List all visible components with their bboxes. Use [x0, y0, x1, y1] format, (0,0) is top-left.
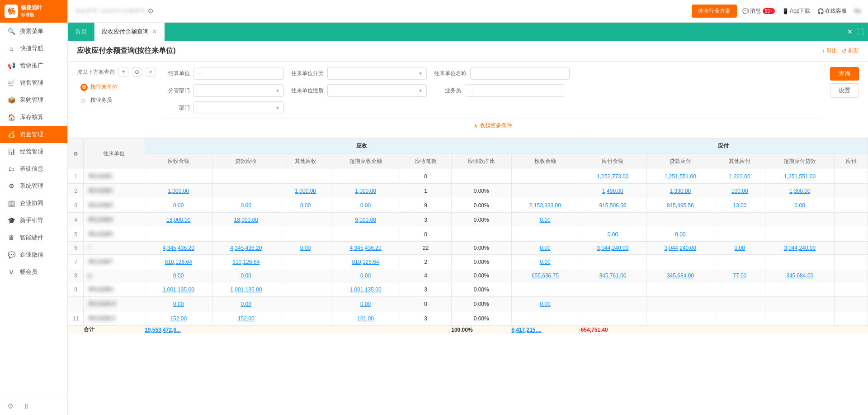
- row-ap-loan[interactable]: 345,684.00: [646, 269, 714, 282]
- sidebar-item-guide[interactable]: 🎓 新手引导: [0, 212, 67, 229]
- row-ar-amount[interactable]: 810,126.64: [145, 255, 212, 269]
- row-ar-other[interactable]: 0.00: [280, 198, 331, 213]
- sidebar-item-capital[interactable]: 💰 资金管理: [0, 126, 67, 143]
- row-ar-loan[interactable]: 0.00: [212, 297, 280, 311]
- tab-close-all-icon[interactable]: ✕: [847, 28, 853, 35]
- row-ap-overdue[interactable]: 0.00: [765, 198, 835, 213]
- industry-btn[interactable]: 体验行业方案: [692, 5, 737, 18]
- setting-button[interactable]: 设置: [830, 83, 859, 98]
- gear-btn[interactable]: ⚙: [147, 7, 154, 15]
- row-ap-other[interactable]: 0.00: [714, 242, 765, 255]
- salesperson-input[interactable]: ···: [465, 84, 564, 97]
- sidebar-item-hardware[interactable]: 🖥 智能硬件: [0, 229, 67, 246]
- sidebar-item-system[interactable]: ⚙ 系统管理: [0, 177, 67, 195]
- row-ar-loan[interactable]: 0.00: [212, 198, 280, 213]
- unit-category-input[interactable]: ▼: [327, 67, 427, 80]
- row-ar-overdue[interactable]: 1,000.00: [331, 184, 400, 198]
- settlement-unit-input[interactable]: ···: [193, 67, 284, 80]
- dept-input[interactable]: ▼: [193, 101, 284, 114]
- row-ap-other[interactable]: 100.00: [714, 184, 765, 198]
- row-ar-other[interactable]: 0.00: [280, 242, 331, 255]
- row-ar-other[interactable]: 1,000.00: [280, 184, 331, 198]
- collapse-icon[interactable]: ⏸: [23, 402, 30, 410]
- row-ap-loan[interactable]: 1,390.00: [646, 184, 714, 198]
- row-ar-amount[interactable]: 152.00: [145, 311, 212, 326]
- row-ar-amount[interactable]: 1,000.00: [145, 184, 212, 198]
- row-ar-overdue[interactable]: 810,126.64: [331, 255, 400, 269]
- scheme-by-unit[interactable]: 畅 按往来单位: [77, 81, 156, 93]
- sidebar-item-enterprise[interactable]: 🏢 企业协同: [0, 195, 67, 212]
- row-ap-overdue[interactable]: 345,684.00: [765, 269, 835, 282]
- row-ap-amount[interactable]: 0.00: [579, 227, 647, 242]
- export-button[interactable]: ↑ 导出: [822, 47, 837, 55]
- row-ar-overdue[interactable]: 1,001,135.00: [331, 282, 400, 297]
- row-ar-prepay[interactable]: 655,636.75: [511, 269, 579, 282]
- user-name[interactable]: Rit: [854, 8, 861, 14]
- unit-name-input[interactable]: [470, 67, 570, 80]
- dept-manage-input[interactable]: ▼: [193, 84, 284, 97]
- sidebar-item-purchase[interactable]: 📦 采购管理: [0, 91, 67, 109]
- collapse-scheme-btn[interactable]: «: [146, 67, 156, 77]
- query-button[interactable]: 查询: [830, 67, 859, 81]
- refresh-button[interactable]: ↺ 刷新: [842, 47, 859, 55]
- row-ar-amount[interactable]: 0.00: [145, 269, 212, 282]
- row-ar-loan[interactable]: 810,126.64: [212, 255, 280, 269]
- row-ar-amount[interactable]: 0.00: [145, 198, 212, 213]
- table-container[interactable]: ⚙ 往来单位 应收 应付 应收金额 贷款应收 其他应收 超期应收金额 应收笔数 …: [68, 138, 868, 415]
- online-service[interactable]: 🎧 在线客服: [817, 7, 847, 15]
- row-ap-loan[interactable]: 0.00: [646, 227, 714, 242]
- sidebar-item-sales[interactable]: 🛒 销售管理: [0, 74, 67, 91]
- sidebar-item-marketing[interactable]: 📢 营销推广: [0, 57, 67, 74]
- row-ar-overdue[interactable]: 0.00: [331, 198, 400, 213]
- row-ap-overdue[interactable]: 1,390.00: [765, 184, 835, 198]
- filter-collapse-btn[interactable]: ∧ 收起更多条件: [163, 119, 823, 132]
- col-settings[interactable]: ⚙: [68, 138, 84, 169]
- settings-scheme-btn[interactable]: ⊙: [132, 67, 142, 77]
- app-download[interactable]: 📱 App下载: [782, 7, 810, 15]
- row-ap-loan[interactable]: 1,251,551.00: [646, 169, 714, 184]
- tab-close-icon[interactable]: ✕: [152, 29, 157, 35]
- row-ar-prepay[interactable]: 0.00: [511, 242, 579, 255]
- row-ar-loan[interactable]: 18,000.00: [212, 213, 280, 227]
- row-ap-amount[interactable]: 1,490.00: [579, 184, 647, 198]
- sidebar-item-search[interactable]: 🔍 搜索菜单: [0, 23, 67, 40]
- row-ap-other[interactable]: 1,222.00: [714, 169, 765, 184]
- row-ar-loan[interactable]: 152.00: [212, 311, 280, 326]
- sidebar-item-member[interactable]: V 畅会员: [0, 263, 67, 281]
- row-ar-overdue[interactable]: 0.00: [331, 269, 400, 282]
- row-ap-other[interactable]: 13.00: [714, 198, 765, 213]
- row-ar-amount[interactable]: 0.00: [145, 297, 212, 311]
- row-ar-loan[interactable]: 1,001,135.00: [212, 282, 280, 297]
- row-ap-amount[interactable]: 3,044,240.00: [579, 242, 647, 255]
- tab-arb[interactable]: 应收应付余额查询 ✕: [94, 23, 165, 41]
- row-ar-prepay[interactable]: 0.00: [511, 213, 579, 227]
- row-ar-prepay[interactable]: 0.00: [511, 297, 579, 311]
- scheme-by-staff[interactable]: ◷ 按业务员: [77, 95, 156, 106]
- row-ap-other[interactable]: 77.00: [714, 269, 765, 282]
- row-ar-overdue[interactable]: 9,000.00: [331, 213, 400, 227]
- row-ar-loan[interactable]: 0.00: [212, 269, 280, 282]
- row-ap-amount[interactable]: 915,508.56: [579, 198, 647, 213]
- sidebar-item-quicknav[interactable]: ⌂ 快捷导航: [0, 40, 67, 57]
- settings-icon[interactable]: ⚙: [7, 402, 14, 410]
- row-ar-overdue[interactable]: 4,345,436.20: [331, 242, 400, 255]
- sidebar-item-basic[interactable]: 🗂 基础信息: [0, 160, 67, 177]
- row-ap-overdue[interactable]: 1,251,551.00: [765, 169, 835, 184]
- unit-nature-input[interactable]: ▼: [327, 84, 427, 97]
- row-ar-prepay[interactable]: 2,153,333.00: [511, 198, 579, 213]
- sidebar-item-wechat[interactable]: 💬 企业微信: [0, 246, 67, 263]
- row-ar-loan[interactable]: 4,345,436.20: [212, 242, 280, 255]
- row-ap-loan[interactable]: 915,495.56: [646, 198, 714, 213]
- tab-home[interactable]: 首页: [68, 23, 94, 41]
- row-ar-prepay[interactable]: 0.00: [511, 255, 579, 269]
- add-scheme-btn[interactable]: +: [118, 67, 128, 77]
- row-ar-overdue[interactable]: 0.00: [331, 297, 400, 311]
- row-ap-overdue[interactable]: 3,044,240.00: [765, 242, 835, 255]
- tab-expand-icon[interactable]: ⛶: [857, 28, 863, 35]
- row-ar-amount[interactable]: 4,345,436.20: [145, 242, 212, 255]
- row-ap-loan[interactable]: 3,044,240.00: [646, 242, 714, 255]
- row-ar-amount[interactable]: 18,000.00: [145, 213, 212, 227]
- row-ar-overdue[interactable]: 101.00: [331, 311, 400, 326]
- row-ap-amount[interactable]: 1,252,773.00: [579, 169, 647, 184]
- row-ap-amount[interactable]: 345,761.00: [579, 269, 647, 282]
